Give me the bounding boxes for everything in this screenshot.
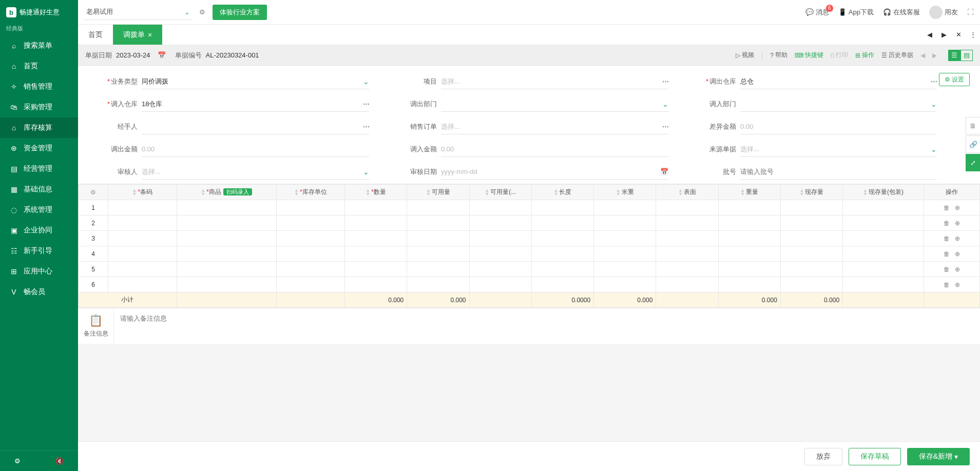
in-amt-input[interactable]: 0.00 [441,142,668,157]
nav-inventory[interactable]: ⌂库存核算 [0,117,78,138]
nav-purchase[interactable]: 🛍采购管理 [0,97,78,117]
project-select[interactable]: 选择...⋯ [441,74,668,89]
table-row[interactable]: 3🗑⊕ [79,231,980,246]
service-link[interactable]: 🎧 在线客服 [883,8,920,17]
copy-icon[interactable]: ⊕ [955,220,960,227]
user-menu[interactable]: 用友 [929,6,958,19]
delete-icon[interactable]: 🗑 [944,204,950,211]
float-tab-attach[interactable]: 🔗 [966,135,980,153]
biz-type-select[interactable]: 同价调拨⌄ [142,74,369,89]
table-row[interactable]: 6🗑⊕ [79,277,980,292]
batch-field[interactable] [740,168,937,175]
auditor-select[interactable]: 选择...⌄ [142,164,369,180]
nav-sales[interactable]: ✧销售管理 [0,76,78,97]
remarks-input[interactable] [120,315,974,322]
nav-search[interactable]: ⌕搜索菜单 [0,35,78,56]
delete-icon[interactable]: 🗑 [944,281,950,288]
sound-icon[interactable]: 🔇 [55,457,64,465]
nav-info[interactable]: ▦基础信息 [0,179,78,200]
print-link[interactable]: ⎙打印 [831,51,848,60]
form-grid: *业务类型 同价调拨⌄ 项目 选择...⋯ *调出仓库 总仓⋯ *调入仓库 1 [90,74,968,180]
in-dept-select[interactable]: ⌄ [740,96,937,112]
handler-select[interactable]: ⋯ [142,119,369,134]
col-avail-pkg[interactable]: ▲▼可用量(... [469,185,531,200]
float-tab-doc[interactable]: 🗎 [966,117,980,134]
calendar-icon[interactable]: 📅 [158,51,166,59]
scan-button[interactable]: 扫码录入 [223,188,252,195]
copy-icon[interactable]: ⊕ [955,204,960,211]
tab-next[interactable]: ▶ [937,28,951,42]
copy-icon[interactable]: ⊕ [955,281,960,288]
nav-guide[interactable]: ☷新手引导 [0,241,78,261]
col-surface[interactable]: ▲▼表面 [656,185,718,200]
close-icon[interactable]: × [148,31,152,39]
nav-apps[interactable]: ⊞应用中心 [0,261,78,282]
save-draft-button[interactable]: 保存草稿 [849,448,901,465]
table-row[interactable]: 4🗑⊕ [79,246,980,262]
nav-member[interactable]: V畅会员 [0,282,78,302]
diff-amt-input[interactable]: 0.00 [740,119,937,134]
col-weight[interactable]: ▲▼重量 [718,185,780,200]
shortcut-link[interactable]: ⌨快捷键 [795,51,823,60]
col-unit[interactable]: ▲▼*库存单位 [276,185,344,200]
view-card[interactable]: ▤ [960,50,973,61]
sale-order-select[interactable]: 选择...⋯ [441,119,668,134]
delete-icon[interactable]: 🗑 [944,235,950,242]
operate-link[interactable]: ⊞操作 [855,51,874,60]
delete-icon[interactable]: 🗑 [944,266,950,273]
audit-date-input[interactable]: yyyy-mm-dd📅 [441,164,668,180]
delete-icon[interactable]: 🗑 [944,250,950,258]
trial-button[interactable]: 体验行业方案 [213,5,267,20]
nav-system[interactable]: ◌系统管理 [0,200,78,220]
video-link[interactable]: ▷视频 [736,51,754,60]
batch-input[interactable] [740,164,937,180]
table-row[interactable]: 2🗑⊕ [79,215,980,231]
date-value[interactable]: 2023-03-24 [116,51,150,59]
table-row[interactable]: 5🗑⊕ [79,262,980,277]
nav-manage[interactable]: ▤经营管理 [0,159,78,179]
copy-icon[interactable]: ⊕ [955,266,960,273]
copy-icon[interactable]: ⊕ [955,235,960,242]
prev-doc[interactable]: ◀ [920,52,925,59]
tab-home[interactable]: 首页 [78,25,113,45]
app-download-link[interactable]: 📱 App下载 [838,8,874,17]
save-new-button[interactable]: 保存&新增▾ [907,448,970,465]
tab-transfer[interactable]: 调拨单 × [113,25,162,45]
table-row[interactable]: 1🗑⊕ [79,200,980,215]
view-list[interactable]: ☰ [948,50,960,61]
messages-link[interactable]: 💬 消息 6 [805,8,829,17]
col-product[interactable]: ▲▼*商品扫码录入 [177,185,276,200]
col-meter-wt[interactable]: ▲▼米重 [594,185,656,200]
col-qty[interactable]: ▲▼*数量 [345,185,407,200]
nav-money[interactable]: ⊛资金管理 [0,138,78,159]
expand-icon[interactable]: ⛶ [967,8,974,16]
tab-close-all[interactable]: ✕ [951,28,966,42]
source-select[interactable]: 选择...⌄ [740,142,937,157]
out-wh-select[interactable]: 总仓⋯ [740,74,937,89]
delete-icon[interactable]: 🗑 [944,220,950,227]
col-barcode[interactable]: ▲▼*条码 [108,185,177,200]
form-settings-button[interactable]: ⚙设置 [939,73,970,86]
col-stock-pkg[interactable]: ▲▼现存量(包装) [843,185,924,200]
col-stock[interactable]: ▲▼现存量 [780,185,842,200]
out-amt-input[interactable]: 0.00 [142,142,369,157]
help-link[interactable]: ?帮助 [770,51,787,60]
float-tab-expand[interactable]: ⤢ [966,154,980,171]
col-length[interactable]: ▲▼长度 [531,185,593,200]
out-dept-select[interactable]: ⌄ [441,96,668,112]
discard-button[interactable]: 放弃 [804,448,842,465]
nav-collab[interactable]: ▣企业协同 [0,220,78,241]
tenant-select[interactable]: 老易试用 ⌄ [84,5,192,20]
col-settings[interactable]: ⚙ [79,185,108,200]
tenant-settings-icon[interactable]: ⚙ [199,8,205,16]
history-link[interactable]: ☰历史单据 [881,51,913,60]
col-avail[interactable]: ▲▼可用量 [407,185,469,200]
nav-home[interactable]: ⌂首页 [0,56,78,76]
settings-icon[interactable]: ⚙ [14,457,21,465]
tab-prev[interactable]: ◀ [923,28,937,42]
tab-more[interactable]: ⋮ [966,28,980,42]
in-wh-select[interactable]: 18仓库⋯ [142,96,369,112]
copy-icon[interactable]: ⊕ [955,250,960,258]
tab-label: 首页 [88,30,103,40]
next-doc[interactable]: ▶ [932,52,937,59]
